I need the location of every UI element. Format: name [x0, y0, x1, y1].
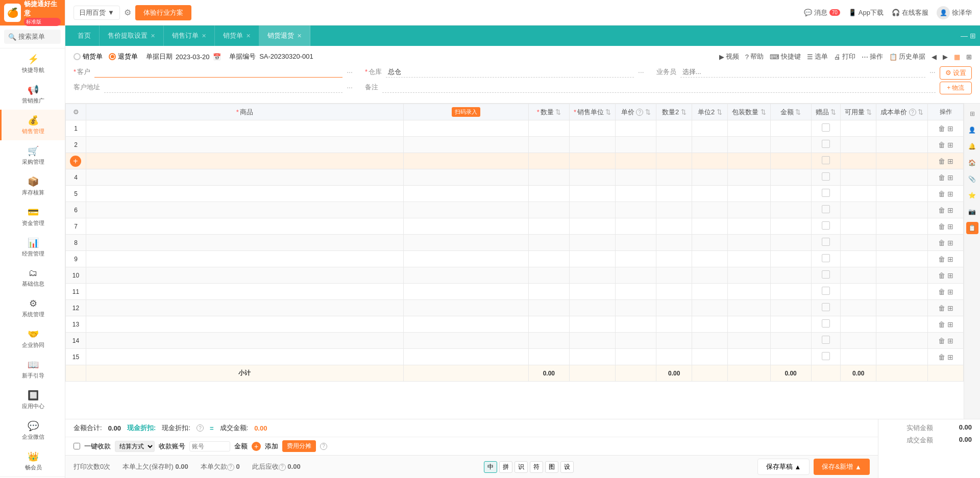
search-menu-button[interactable]: 🔍 搜索菜单 [4, 30, 61, 44]
expense-split-button[interactable]: 费用分摊 [282, 440, 316, 452]
row-price[interactable] [616, 120, 656, 137]
calendar-icon[interactable]: 📅 [213, 53, 221, 61]
row-qty[interactable] [528, 120, 569, 137]
warehouse-input[interactable] [386, 66, 634, 78]
row-price[interactable] [616, 137, 656, 153]
toolbar-operate[interactable]: ⋯ 操作 [862, 52, 883, 61]
sidebar-item-enterprise[interactable]: 🤝 企业协同 [0, 323, 65, 354]
radio-sale[interactable]: 销货单 [74, 52, 103, 61]
delete-active-row-button[interactable]: 🗑 [938, 157, 945, 165]
logistics-btn[interactable]: + 物流 [940, 82, 972, 94]
settings-btn[interactable]: ⚙ 设置 [940, 66, 972, 80]
toolbar-next[interactable]: ▶ [943, 53, 948, 61]
row-unit2[interactable] [692, 137, 728, 153]
sidebar-item-wechat[interactable]: 💬 企业微信 [0, 415, 65, 446]
save-draft-button[interactable]: 保存草稿 ▲ [757, 459, 810, 475]
one-click-checkbox[interactable] [74, 443, 80, 449]
copy-row-button[interactable]: ⊞ [947, 271, 953, 280]
gift-checkbox[interactable] [822, 270, 830, 279]
delete-row-button[interactable]: 🗑 [938, 222, 945, 231]
gift-checkbox-active[interactable] [822, 156, 830, 164]
copy-row-button[interactable]: ⊞ [947, 304, 953, 312]
right-panel-btn-6[interactable]: ⭐ [966, 189, 978, 202]
tab-close-sales[interactable]: ✕ [246, 33, 251, 39]
sort-icon-price[interactable]: ⇅ [645, 108, 651, 116]
row-pack[interactable] [728, 120, 770, 137]
delete-row-button[interactable]: 🗑 [938, 353, 945, 361]
right-panel-btn-5[interactable]: 📎 [966, 173, 978, 185]
toolbar-select[interactable]: ☰ 选单 [807, 52, 828, 61]
sidebar-item-inventory[interactable]: 📦 库存核算 [0, 171, 65, 202]
gift-checkbox[interactable] [822, 319, 830, 328]
price-info-icon[interactable]: ? [636, 109, 643, 116]
sort-icon-qty[interactable]: ⇅ [555, 108, 561, 116]
delete-row-button[interactable]: 🗑 [938, 255, 945, 263]
row-cost[interactable] [876, 137, 928, 153]
toolbar-grid1[interactable]: ▦ [954, 53, 960, 61]
address-input[interactable] [104, 82, 342, 93]
gift-checkbox[interactable] [822, 205, 830, 213]
ime-btn-zh[interactable]: 中 [484, 461, 497, 473]
row-pack[interactable] [728, 137, 770, 153]
sidebar-item-system[interactable]: ⚙ 系统管理 [0, 293, 65, 323]
delete-row-button[interactable]: 🗑 [938, 337, 945, 345]
ime-btn-pinyin[interactable]: 拼 [499, 461, 512, 473]
tab-minimize-button[interactable]: — [961, 32, 968, 40]
right-panel-btn-3[interactable]: 🔔 [966, 140, 978, 153]
delete-row-button[interactable]: 🗑 [938, 206, 945, 214]
col-header-settings[interactable]: ⚙ [66, 104, 86, 120]
scan-input-button[interactable]: 扫码录入 [452, 107, 480, 117]
delete-row-button[interactable]: 🗑 [938, 190, 945, 198]
toolbar-grid2[interactable]: ⊞ [966, 53, 972, 61]
topbar-settings-button[interactable]: ⚙ [124, 8, 131, 17]
debt-info-icon[interactable]: ? [227, 464, 234, 471]
tab-price-settings[interactable]: 售价提取设置 ✕ [100, 26, 164, 46]
row-product[interactable] [86, 137, 404, 153]
gift-checkbox[interactable] [822, 123, 830, 132]
gift-checkbox[interactable] [822, 254, 830, 262]
toolbar-help[interactable]: ? 帮助 [745, 52, 764, 61]
tab-close-sales-return[interactable]: ✕ [297, 33, 302, 39]
copy-row-button[interactable]: ⊞ [947, 190, 953, 198]
tab-maximize-button[interactable]: ⊞ [970, 32, 976, 40]
add-row-cell[interactable]: + [66, 153, 86, 169]
table-settings-icon[interactable]: ⚙ [73, 108, 79, 116]
sidebar-item-sales[interactable]: 💰 销售管理 [0, 110, 65, 140]
copy-row-button[interactable]: ⊞ [947, 222, 953, 231]
sidebar-item-finance[interactable]: 💳 资金管理 [0, 202, 65, 232]
toolbar-video[interactable]: ▶ 视频 [719, 52, 739, 61]
row-unit[interactable] [569, 137, 615, 153]
copy-row-button[interactable]: ⊞ [947, 141, 953, 149]
row-avail[interactable] [840, 120, 876, 137]
row-avail[interactable] [840, 137, 876, 153]
delete-row-button[interactable]: 🗑 [938, 141, 945, 149]
address-select-btn[interactable]: ··· [347, 83, 353, 91]
copy-row-button[interactable]: ⊞ [947, 206, 953, 214]
ime-btn-settings[interactable]: 设 [560, 461, 574, 473]
sidebar-item-shortcut[interactable]: ⚡ 快捷导航 [0, 48, 65, 79]
online-service-item[interactable]: 🎧 在线客服 [892, 8, 928, 17]
tab-sales[interactable]: 销货单 ✕ [215, 26, 259, 46]
row-unit[interactable] [569, 120, 615, 137]
save-new-button[interactable]: 保存&新增 ▲ [814, 459, 870, 475]
delete-row-button[interactable]: 🗑 [938, 239, 945, 247]
ime-btn-hand[interactable]: 图 [545, 461, 558, 473]
row-gift[interactable] [811, 120, 840, 137]
tab-close-sales-order[interactable]: ✕ [202, 33, 206, 39]
app-download-item[interactable]: 📱 App下载 [848, 8, 884, 17]
row-product-input[interactable] [86, 153, 404, 169]
delete-row-button[interactable]: 🗑 [938, 320, 945, 329]
col-header-scan[interactable]: 扫码录入 [403, 104, 528, 120]
sort-icon-gift[interactable]: ⇅ [830, 108, 836, 116]
copy-row-button[interactable]: ⊞ [947, 255, 953, 263]
tab-sales-order[interactable]: 销售订单 ✕ [164, 26, 215, 46]
toolbar-prev[interactable]: ◀ [932, 53, 937, 61]
receivable-info-icon[interactable]: ? [279, 464, 286, 471]
discount-info-icon[interactable]: ? [197, 424, 204, 432]
sidebar-item-operations[interactable]: 📊 经营管理 [0, 232, 65, 263]
ime-btn-symbol[interactable]: 符 [530, 461, 543, 473]
tab-sales-return[interactable]: 销货退货 ✕ [259, 26, 310, 46]
add-row-button[interactable]: + [70, 156, 81, 167]
gift-checkbox[interactable] [822, 336, 830, 344]
tab-home[interactable]: 首页 [69, 26, 100, 46]
